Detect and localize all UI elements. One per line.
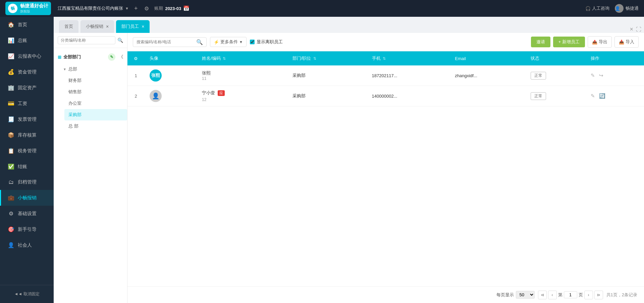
sidebar-item-reports[interactable]: 📈 云报表中心 bbox=[0, 48, 54, 64]
app-logo[interactable]: 畅 畅捷通好会计 旗舰版 bbox=[5, 2, 51, 15]
logout-icon[interactable]: ↪ bbox=[599, 72, 603, 79]
dept-node-zongbu[interactable]: ▼ 总部 bbox=[59, 63, 127, 75]
sidebar-item-tax[interactable]: 📋 税务管理 bbox=[0, 143, 54, 159]
import-button[interactable]: 📥 导入 bbox=[614, 36, 639, 48]
col-avatar: 头像 bbox=[144, 51, 197, 65]
sidebar-item-more[interactable]: 👤 社会人 bbox=[0, 237, 54, 253]
home-icon: 🏠 bbox=[8, 21, 14, 28]
user-menu[interactable]: 👤 畅捷通 bbox=[615, 4, 639, 13]
dept-node-hq[interactable]: 总 部 bbox=[64, 120, 127, 132]
invite-button[interactable]: 邀请 bbox=[531, 37, 550, 47]
sidebar-item-assets[interactable]: 🏢 固定资产 bbox=[0, 80, 54, 96]
row-actions: ✎ ↪ bbox=[585, 65, 644, 86]
sidebar-item-guide[interactable]: 🎯 新手引导 bbox=[0, 221, 54, 237]
edit-icon[interactable]: ✎ bbox=[591, 93, 595, 99]
import-icon: 📥 bbox=[619, 40, 624, 45]
dept-tree: ▼ 总部 财务部 销售部 办公 bbox=[54, 63, 127, 132]
filter-button[interactable]: ⚡ 更多条件 ▼ bbox=[210, 37, 247, 47]
invoice-icon: 🧾 bbox=[8, 116, 14, 122]
close-window-icon[interactable]: × bbox=[630, 26, 633, 33]
search-bar: 🔍 bbox=[133, 37, 207, 47]
dept-collapse-icon[interactable]: 《 bbox=[119, 54, 123, 60]
topbar: 畅 畅捷通好会计 旗舰版 江西服宝精品有限责任公司内账张 ▼ + ⚙ 账期 20… bbox=[0, 0, 644, 17]
logo-icon: 畅 bbox=[8, 4, 17, 13]
reports-icon: 📈 bbox=[8, 53, 14, 59]
search-input[interactable] bbox=[137, 40, 194, 44]
all-dept-button[interactable]: ⊞ 全部部门 ✎ 《 bbox=[54, 51, 127, 63]
tab-employees[interactable]: 部门员工 × bbox=[116, 20, 150, 33]
apply-badge: 应 bbox=[218, 90, 225, 96]
settings-icon: ⚙ bbox=[8, 210, 14, 217]
dept-node-purchase[interactable]: 采购部 bbox=[64, 109, 127, 120]
col-settings[interactable]: ⚙ bbox=[127, 51, 144, 65]
dept-node-office[interactable]: 办公室 bbox=[64, 98, 127, 109]
row-phone: 140000002... bbox=[367, 86, 450, 106]
sidebar-item-invoice[interactable]: 🧾 发票管理 bbox=[0, 111, 54, 127]
tab-home[interactable]: 首页 bbox=[59, 20, 78, 33]
row-name: 张熙 11 bbox=[197, 65, 287, 86]
add-employee-button[interactable]: + 新增员工 bbox=[553, 37, 585, 47]
dept-search-input[interactable] bbox=[58, 36, 115, 44]
company-name[interactable]: 江西服宝精品有限责任公司内账张 ▼ bbox=[58, 5, 129, 11]
row-actions: ✎ 🔄 bbox=[585, 86, 644, 106]
expand-icon[interactable]: ⛶ bbox=[636, 27, 641, 33]
sidebar-item-capital[interactable]: 💰 资金管理 bbox=[0, 64, 54, 80]
dept-edit-icon[interactable]: ✎ bbox=[108, 53, 115, 61]
per-page-select[interactable]: 10 20 50 100 bbox=[516, 291, 535, 299]
sidebar-item-checkout[interactable]: ✅ 结账 bbox=[0, 159, 54, 174]
sidebar-item-payroll[interactable]: 💳 工资 bbox=[0, 96, 54, 111]
col-phone[interactable]: 手机 ⇅ bbox=[367, 51, 450, 65]
sidebar-item-archive[interactable]: 🗂 归档管理 bbox=[0, 174, 54, 190]
sidebar-item-settings[interactable]: ⚙ 基础设置 bbox=[0, 206, 54, 221]
dept-search-icon[interactable]: 🔍 bbox=[117, 38, 123, 43]
filter-icon: ⚡ bbox=[214, 40, 219, 45]
table-row: 2 👤 宁小壹 应 bbox=[127, 86, 644, 106]
dept-node-sales[interactable]: 销售部 bbox=[64, 86, 127, 98]
row-email bbox=[449, 86, 525, 106]
dept-node-finance[interactable]: 财务部 bbox=[64, 75, 127, 86]
logo-sub: 旗舰版 bbox=[20, 9, 48, 14]
phone-sort-icon: ⇅ bbox=[383, 56, 386, 60]
edit-icon[interactable]: ✎ bbox=[591, 72, 595, 79]
service-button[interactable]: 🎧 人工咨询 bbox=[585, 5, 609, 11]
sidebar-item-ledger[interactable]: 📊 总账 bbox=[0, 33, 54, 48]
row-phone: 187202117... bbox=[367, 65, 450, 86]
row-index: 1 bbox=[127, 65, 144, 86]
export-button[interactable]: 📤 导出 bbox=[588, 36, 612, 48]
page-input[interactable] bbox=[564, 291, 577, 298]
calendar-icon[interactable]: 📅 bbox=[183, 5, 190, 11]
col-actions: 操作 bbox=[585, 51, 644, 65]
checkout-icon: ✅ bbox=[8, 163, 14, 170]
search-icon[interactable]: 🔍 bbox=[196, 39, 203, 45]
row-avatar: 张熙 bbox=[144, 65, 197, 86]
inventory-icon: 📦 bbox=[8, 132, 14, 138]
payroll-icon: 💳 bbox=[8, 100, 14, 107]
sidebar-item-expenses[interactable]: 💼 小畅报销 bbox=[0, 190, 54, 206]
sidebar-item-inventory[interactable]: 📦 库存核算 bbox=[0, 127, 54, 143]
show-resigned-checkbox[interactable]: 显示离职员工 bbox=[250, 39, 283, 45]
pagination: 每页显示 10 20 50 100 ⊲ ‹ 第 bbox=[127, 286, 644, 303]
name-sort-icon: ⇅ bbox=[223, 56, 226, 60]
col-name[interactable]: 姓名/编码 ⇅ bbox=[197, 51, 287, 65]
cancel-pin-button[interactable]: ◄◄ 取消固定 bbox=[0, 289, 54, 300]
content-area: 首页 小畅报销 × 部门员工 × × ⛶ 🔍 bbox=[54, 17, 644, 303]
row-dept: 采购部 bbox=[287, 65, 367, 86]
row-name: 宁小壹 应 12 bbox=[197, 86, 287, 106]
prev-page-button[interactable]: ‹ bbox=[548, 291, 557, 299]
tab-expenses[interactable]: 小畅报销 × bbox=[80, 20, 114, 33]
dept-list: ⊞ 全部部门 ✎ 《 ▼ 总部 财务部 bbox=[54, 48, 127, 303]
next-page-button[interactable]: › bbox=[584, 291, 593, 299]
first-page-button[interactable]: ⊲ bbox=[538, 291, 547, 299]
sidebar-item-home[interactable]: 🏠 首页 bbox=[0, 17, 54, 33]
close-tab-expenses[interactable]: × bbox=[106, 24, 109, 29]
row-dept: 采购部 bbox=[287, 86, 367, 106]
company-dropdown-icon: ▼ bbox=[125, 6, 129, 10]
close-tab-employees[interactable]: × bbox=[142, 24, 144, 29]
period: 账期 2023-03 📅 bbox=[154, 5, 190, 11]
col-dept[interactable]: 部门/职位 ⇅ bbox=[287, 51, 367, 65]
settings-icon[interactable]: ⚙ bbox=[143, 5, 150, 12]
delete-icon[interactable]: 🔄 bbox=[599, 93, 605, 99]
add-button[interactable]: + bbox=[133, 5, 139, 12]
last-page-button[interactable]: ⊳ bbox=[594, 291, 603, 299]
resigned-checkbox-input[interactable] bbox=[250, 40, 255, 44]
